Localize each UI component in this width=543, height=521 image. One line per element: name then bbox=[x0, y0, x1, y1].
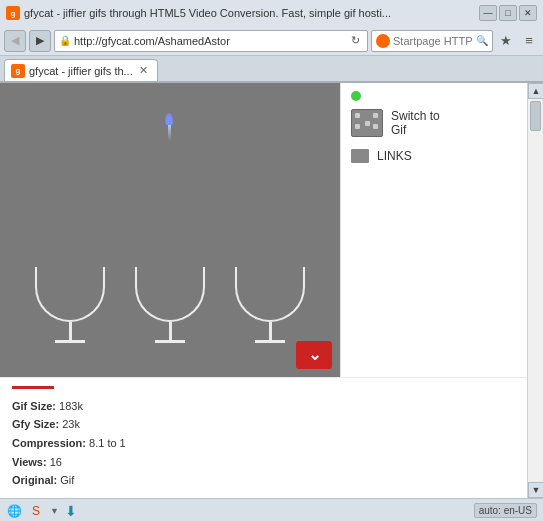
gif-size-row: Gif Size: 183k bbox=[12, 397, 515, 416]
views-label: Views: bbox=[12, 456, 47, 468]
content-row: ⌄ Switch to Gif LINKS bbox=[0, 83, 527, 377]
video-container: ⌄ bbox=[0, 83, 340, 377]
compression-value: 8.1 to 1 bbox=[89, 437, 126, 449]
glass-bowl bbox=[35, 267, 105, 322]
falling-object bbox=[165, 113, 173, 133]
scroll-down-arrow[interactable]: ▼ bbox=[528, 482, 543, 498]
links-icon bbox=[351, 149, 369, 163]
s-dropdown[interactable]: ▼ bbox=[50, 506, 59, 516]
address-bar: 🔒 ↻ bbox=[54, 30, 368, 52]
gfy-size-label: Gfy Size: bbox=[12, 418, 59, 430]
maximize-button[interactable]: □ bbox=[499, 5, 517, 21]
tab-close-button[interactable]: ✕ bbox=[137, 64, 151, 78]
gfy-size-row: Gfy Size: 23k bbox=[12, 415, 515, 434]
minimize-button[interactable]: — bbox=[479, 5, 497, 21]
security-globe-icon: 🌐 bbox=[6, 503, 22, 519]
views-value: 16 bbox=[50, 456, 62, 468]
search-input[interactable] bbox=[393, 35, 473, 47]
glass-bowl bbox=[235, 267, 305, 322]
glass-base bbox=[255, 340, 285, 343]
back-button[interactable]: ◀ bbox=[4, 30, 26, 52]
browser-menu-icon[interactable]: ≡ bbox=[519, 30, 539, 52]
tab-favicon: g bbox=[11, 64, 25, 78]
scrollbar[interactable]: ▲ ▼ bbox=[527, 83, 543, 498]
links-label: LINKS bbox=[377, 149, 412, 163]
scroll-thumb[interactable] bbox=[530, 101, 541, 131]
gif-frame: ⌄ bbox=[0, 83, 340, 377]
film-icon bbox=[351, 109, 383, 137]
bookmarks-star-icon[interactable]: ★ bbox=[496, 30, 516, 52]
original-value: Gif bbox=[60, 474, 74, 486]
red-divider bbox=[12, 386, 54, 389]
download-chevron-icon: ⌄ bbox=[308, 345, 321, 364]
gif-size-value: 183k bbox=[59, 400, 83, 412]
download-status-icon: ⬇ bbox=[65, 503, 77, 519]
download-button[interactable]: ⌄ bbox=[296, 341, 332, 369]
glass-stem bbox=[169, 322, 172, 340]
wine-glass-right bbox=[235, 267, 305, 347]
s-icon: S bbox=[28, 503, 44, 519]
address-input[interactable] bbox=[74, 35, 344, 47]
lock-icon: 🔒 bbox=[59, 35, 71, 46]
status-bar: 🌐 S ▼ ⬇ auto: en-US bbox=[0, 498, 543, 521]
scroll-up-arrow[interactable]: ▲ bbox=[528, 83, 543, 99]
gif-size-label: Gif Size: bbox=[12, 400, 56, 412]
close-button[interactable]: ✕ bbox=[519, 5, 537, 21]
browser-favicon: g bbox=[6, 6, 20, 20]
original-row: Original: Gif bbox=[12, 471, 515, 490]
tab-label: gfycat - jiffier gifs th... bbox=[29, 65, 133, 77]
window-title: gfycat - jiffier gifs through HTML5 Vide… bbox=[24, 7, 391, 19]
switch-label: Switch to Gif bbox=[391, 109, 440, 137]
tab-bar: g gfycat - jiffier gifs th... ✕ bbox=[0, 56, 543, 82]
flame-icon bbox=[165, 113, 173, 125]
status-right: auto: en-US bbox=[474, 503, 537, 518]
main-area: ⌄ Switch to Gif LINKS bbox=[0, 83, 527, 498]
info-section: Gif Size: 183k Gfy Size: 23k Compression… bbox=[0, 377, 527, 498]
gfy-size-value: 23k bbox=[62, 418, 80, 430]
glass-bowl bbox=[135, 267, 205, 322]
original-label: Original: bbox=[12, 474, 57, 486]
flame-trail bbox=[168, 125, 171, 141]
compression-row: Compression: 8.1 to 1 bbox=[12, 434, 515, 453]
glass-base bbox=[155, 340, 185, 343]
glass-base bbox=[55, 340, 85, 343]
links-button[interactable]: LINKS bbox=[351, 149, 517, 163]
green-status-dot bbox=[351, 91, 361, 101]
switch-to-gif-button[interactable]: Switch to Gif bbox=[351, 109, 517, 137]
wine-glass-center bbox=[135, 267, 205, 347]
status-left: 🌐 S ▼ ⬇ bbox=[6, 503, 77, 519]
title-bar: g gfycat - jiffier gifs through HTML5 Vi… bbox=[0, 0, 543, 26]
forward-button[interactable]: ▶ bbox=[29, 30, 51, 52]
views-row: Views: 16 bbox=[12, 453, 515, 472]
window-controls: — □ ✕ bbox=[479, 5, 537, 21]
glasses-container bbox=[0, 267, 340, 347]
search-engine-icon bbox=[376, 34, 390, 48]
wine-glass-left bbox=[35, 267, 105, 347]
glass-stem bbox=[269, 322, 272, 340]
nav-bar: ◀ ▶ 🔒 ↻ 🔍 ★ ≡ bbox=[0, 26, 543, 56]
sidebar: Switch to Gif LINKS bbox=[340, 83, 527, 377]
page-content: ⌄ Switch to Gif LINKS bbox=[0, 83, 543, 498]
compression-label: Compression: bbox=[12, 437, 86, 449]
search-magnifier-icon: 🔍 bbox=[476, 35, 488, 46]
refresh-button[interactable]: ↻ bbox=[347, 33, 363, 49]
browser-tab[interactable]: g gfycat - jiffier gifs th... ✕ bbox=[4, 59, 158, 81]
search-bar: 🔍 bbox=[371, 30, 493, 52]
glass-stem bbox=[69, 322, 72, 340]
language-button[interactable]: auto: en-US bbox=[474, 503, 537, 518]
